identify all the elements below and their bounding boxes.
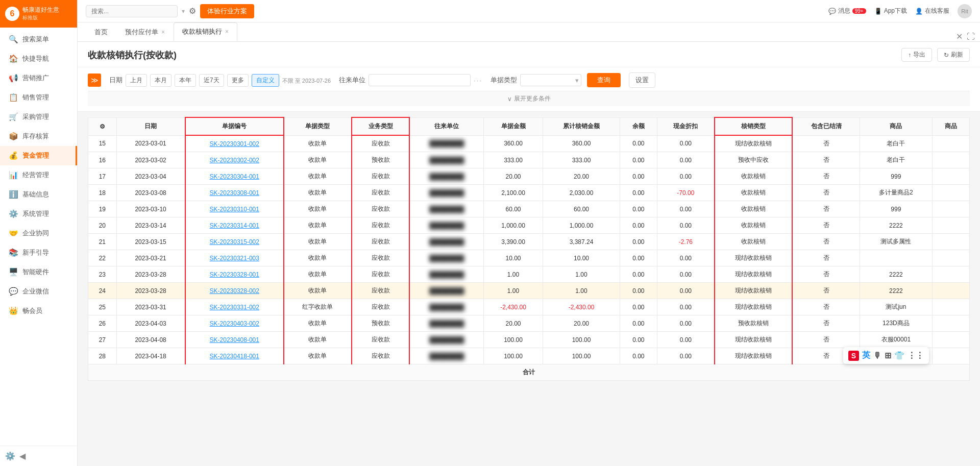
- cell-verifytype: 预收中应收: [715, 152, 792, 168]
- sidebar-item-inventory-label: 库存核算: [22, 132, 49, 141]
- table-row: 18 2023-03-08 SK-20230308-001 收款单 应收款 ██…: [88, 185, 970, 201]
- doc-no-link[interactable]: SK-20230314-001: [210, 222, 259, 229]
- th-product1[interactable]: 商品: [860, 117, 932, 135]
- th-biztype[interactable]: 业务类型: [352, 117, 409, 135]
- doc-no-link[interactable]: SK-20230403-002: [210, 320, 259, 327]
- tab-home[interactable]: 首页: [86, 23, 116, 41]
- app-download-button[interactable]: 📱 App下载: [874, 7, 907, 15]
- sidebar-item-enterprise[interactable]: 🤝 企业协同: [0, 224, 77, 243]
- doc-no-link[interactable]: SK-20230310-001: [210, 206, 259, 213]
- th-date[interactable]: 日期: [116, 117, 185, 135]
- sidebar-item-wechat[interactable]: 💬 企业微信: [0, 282, 77, 301]
- sidebar-item-sales[interactable]: 📋 销售管理: [0, 88, 77, 107]
- doc-no-link[interactable]: SK-20230328-002: [210, 287, 259, 295]
- th-include-cleared[interactable]: 包含已结清: [792, 117, 860, 135]
- cell-amount: 2,100.00: [483, 185, 543, 201]
- table-header-row: ⚙ 日期 单据编号 单据类型 业务类型 往来单位 单据金额 累计核销金额 余额 …: [88, 117, 970, 135]
- doc-no-link[interactable]: SK-20230418-001: [210, 353, 259, 360]
- query-button[interactable]: 查询: [587, 73, 621, 87]
- filter-expand-button[interactable]: ∨ 展开更多条件: [88, 91, 970, 106]
- tab-receipt[interactable]: 收款核销执行 ×: [174, 22, 237, 41]
- th-amount[interactable]: 单据金额: [483, 117, 543, 135]
- sidebar-item-search[interactable]: 🔍 搜索菜单: [0, 30, 77, 49]
- th-docno[interactable]: 单据编号: [185, 117, 284, 135]
- cell-partner: ████████: [409, 332, 483, 348]
- cell-seq: 28: [88, 348, 117, 364]
- topbar-gear-icon[interactable]: ⚙: [189, 6, 196, 16]
- sidebar-item-marketing[interactable]: 📢 营销推广: [0, 68, 77, 88]
- cell-discount: 0.00: [657, 168, 715, 185]
- date-btn-this-year[interactable]: 本年: [175, 74, 196, 87]
- sidebar-item-member[interactable]: 👑 畅会员: [0, 301, 77, 321]
- tab-maximize-icon[interactable]: ⛶: [967, 32, 975, 41]
- cell-balance: 0.00: [620, 234, 657, 250]
- doc-no-link[interactable]: SK-20230301-002: [210, 140, 259, 148]
- sidebar-bottom: ⚙️ ◀: [0, 446, 77, 466]
- th-doctype[interactable]: 单据类型: [284, 117, 352, 135]
- doc-no-link[interactable]: SK-20230308-001: [210, 189, 259, 197]
- table-container[interactable]: ⚙ 日期 单据编号 单据类型 业务类型 往来单位 单据金额 累计核销金额 余额 …: [78, 112, 980, 466]
- sidebar-item-guide[interactable]: 📚 新手引导: [0, 243, 77, 262]
- tab-prepay-close[interactable]: ×: [161, 29, 165, 36]
- refresh-button[interactable]: ↻ 刷新: [937, 48, 970, 62]
- sidebar-item-system[interactable]: ⚙️ 系统管理: [0, 204, 77, 224]
- doc-no-link[interactable]: SK-20230321-003: [210, 255, 259, 262]
- topbar-search-input[interactable]: [86, 5, 178, 17]
- table-row: 19 2023-03-10 SK-20230310-001 收款单 应收款 ██…: [88, 201, 970, 217]
- date-btn-custom[interactable]: 自定义: [252, 74, 279, 87]
- online-service-button[interactable]: 👤 在线客服: [915, 7, 949, 15]
- date-btn-last-7-days[interactable]: 近7天: [199, 74, 224, 87]
- filter-settings-button[interactable]: 设置: [629, 72, 655, 88]
- doc-no-link[interactable]: SK-20230304-001: [210, 173, 259, 180]
- cell-include-cleared: 否: [792, 283, 860, 299]
- cell-discount: -2.76: [657, 234, 715, 250]
- th-balance[interactable]: 余额: [620, 117, 657, 135]
- topbar-left: ▾ ⚙ 体验行业方案: [86, 4, 822, 18]
- sidebar-item-purchase[interactable]: 🛒 采购管理: [0, 107, 77, 127]
- cell-amount: -2,430.00: [483, 299, 543, 315]
- sidebar-item-inventory[interactable]: 📦 库存核算: [0, 127, 77, 146]
- doc-no-link[interactable]: SK-20230328-001: [210, 271, 259, 278]
- tab-prepay[interactable]: 预付应付单 ×: [116, 23, 174, 41]
- export-button[interactable]: ↑ 导出: [901, 48, 932, 62]
- cell-date: 2023-03-14: [116, 217, 185, 234]
- tab-receipt-close[interactable]: ×: [225, 28, 229, 35]
- sidebar-item-basic[interactable]: ℹ️ 基础信息: [0, 185, 77, 204]
- table-row: 27 2023-04-08 SK-20230408-001 收款单 应收款 ██…: [88, 332, 970, 348]
- logo-subtitle: 标推版: [22, 14, 59, 21]
- cell-accumulated: 3,387.24: [543, 234, 620, 250]
- date-btn-this-month[interactable]: 本月: [150, 74, 172, 87]
- message-button[interactable]: 💬 消息 99+: [828, 7, 866, 15]
- th-partner[interactable]: 往来单位: [409, 117, 483, 135]
- sidebar-item-hardware[interactable]: 🖥️ 智能硬件: [0, 262, 77, 282]
- topbar-dropdown-icon[interactable]: ▾: [182, 8, 185, 15]
- user-avatar[interactable]: Rit: [958, 4, 972, 18]
- cell-biztype: 预收款: [352, 152, 409, 168]
- doctype-filter-select[interactable]: 收款单 红字收款单: [520, 74, 581, 86]
- sidebar-item-finance[interactable]: 💰 资金管理: [0, 146, 77, 165]
- partner-filter-input[interactable]: [369, 74, 471, 86]
- settings-bottom-icon[interactable]: ⚙️: [5, 451, 15, 461]
- sidebar-item-operation[interactable]: 📊 经营管理: [0, 165, 77, 185]
- tabbar-actions: ✕ ⛶: [951, 32, 980, 41]
- cell-product1: 测试jun: [860, 299, 932, 315]
- th-settings[interactable]: ⚙: [88, 117, 117, 135]
- th-product2[interactable]: 商品: [932, 117, 969, 135]
- doc-no-link[interactable]: SK-20230302-002: [210, 157, 259, 164]
- th-accumulated[interactable]: 累计核销金额: [543, 117, 620, 135]
- industry-solution-button[interactable]: 体验行业方案: [200, 4, 254, 18]
- tab-close-all-icon[interactable]: ✕: [956, 32, 963, 41]
- th-discount[interactable]: 现金折扣: [657, 117, 715, 135]
- date-btn-more[interactable]: 更多: [227, 74, 249, 87]
- sidebar-item-quicknav[interactable]: 🏠 快捷导航: [0, 49, 77, 68]
- doc-no-link[interactable]: SK-20230315-002: [210, 238, 259, 246]
- th-verifytype[interactable]: 核销类型: [715, 117, 792, 135]
- cell-date: 2023-03-28: [116, 266, 185, 283]
- filter-collapse-button[interactable]: ≫: [88, 73, 101, 87]
- cell-partner: ████████: [409, 250, 483, 266]
- collapse-icon[interactable]: ◀: [19, 451, 26, 461]
- doc-no-link[interactable]: SK-20230408-001: [210, 336, 259, 344]
- doc-no-link[interactable]: SK-20230331-002: [210, 304, 259, 311]
- date-btn-last-month[interactable]: 上月: [126, 74, 147, 87]
- guide-icon: 📚: [8, 248, 18, 257]
